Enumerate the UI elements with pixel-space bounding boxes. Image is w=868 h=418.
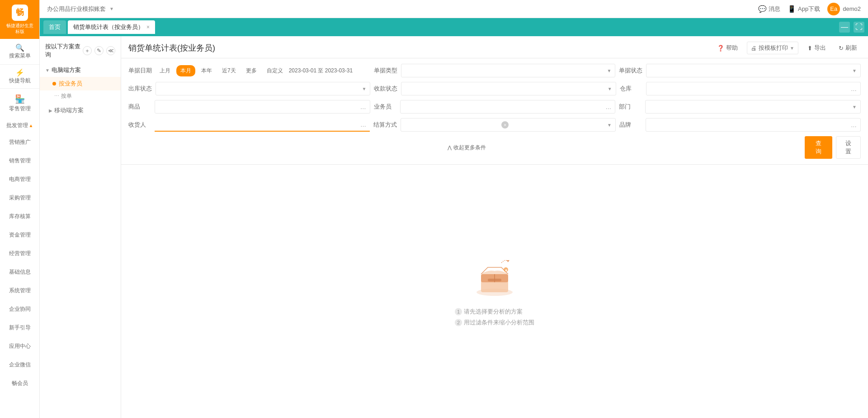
desktop-scheme-expand[interactable]: ▼ 电脑端方案 bbox=[40, 63, 121, 77]
sidebar-item-ecommerce[interactable]: 电商管理 bbox=[0, 170, 39, 189]
receiver-ellipsis-icon: … bbox=[360, 121, 366, 128]
print-dropdown-icon: ▼ bbox=[790, 46, 794, 51]
sidebar-search-menu[interactable]: 🔍 搜索菜单 bbox=[0, 39, 39, 65]
brand-field[interactable]: … bbox=[646, 118, 861, 132]
left-panel: 按以下方案查询 ＋ ✎ ≪ ▼ 电脑端方案 按业务员 ⋯ 按单 bbox=[40, 36, 121, 418]
content-area: 按以下方案查询 ＋ ✎ ≪ ▼ 电脑端方案 按业务员 ⋯ 按单 bbox=[40, 36, 868, 418]
receiver-field[interactable]: … bbox=[155, 118, 370, 132]
help-icon: ❓ bbox=[717, 45, 724, 52]
sidebar-item-newbie[interactable]: 新手引导 bbox=[0, 318, 39, 337]
settings-button[interactable]: 设置 bbox=[836, 136, 861, 159]
warehouse-ellipsis-icon: … bbox=[851, 86, 857, 92]
doc-status-dropdown-icon: ▼ bbox=[852, 68, 857, 73]
refresh-button[interactable]: ↻ 刷新 bbox=[835, 42, 861, 54]
warehouse-label: 仓库 bbox=[620, 85, 642, 93]
receipt-status-label: 收款状态 bbox=[374, 85, 397, 93]
receiver-label: 收货人 bbox=[128, 121, 151, 129]
more-btn[interactable]: 更多 bbox=[242, 65, 261, 76]
page-title: 销货单统计表(按业务员) bbox=[128, 43, 215, 53]
tab-right-actions: — ⛶ bbox=[839, 22, 864, 33]
arrow-down-icon: ▼ bbox=[45, 68, 50, 73]
add-scheme-button[interactable]: ＋ bbox=[83, 46, 92, 55]
salesperson-field[interactable]: … bbox=[400, 100, 616, 114]
sidebar-item-inventory[interactable]: 库存核算 bbox=[0, 207, 39, 226]
logo-icon: 畅 bbox=[12, 5, 28, 21]
print-icon: 🖨 bbox=[751, 45, 757, 52]
tab-close-icon[interactable]: × bbox=[146, 24, 150, 30]
sidebar-logo[interactable]: 畅 畅捷通好生意 标版 bbox=[0, 0, 39, 39]
collapse-conditions-button[interactable]: ⋀ 收起更多条件 bbox=[128, 142, 805, 153]
goods-ellipsis-icon: … bbox=[360, 104, 366, 110]
empty-state: ★ 1 请先选择要分析的方案 2 用过滤条件来缩小分析范围 bbox=[121, 165, 868, 418]
sidebar-item-operation[interactable]: 经营管理 bbox=[0, 244, 39, 263]
brand-label: 品牌 bbox=[619, 121, 642, 129]
date-filter-group: 上月 本月 本年 近7天 更多 自定义 2023-03-01 至 2023-03… bbox=[156, 65, 370, 76]
sidebar-item-retail[interactable]: 🏪 零售管理 bbox=[0, 89, 39, 118]
sub-icon: ⋯ bbox=[54, 93, 59, 99]
header-left: 办公用品行业模拟账套 ▼ bbox=[47, 5, 114, 13]
filter-area: 单据日期 上月 本月 本年 近7天 更多 自定义 2023-03-01 至 20… bbox=[121, 58, 868, 165]
page-header: 销货单统计表(按业务员) ❓ 帮助 🖨 按模板打印 ▼ ⬆ 导出 bbox=[121, 36, 868, 58]
dropdown-title[interactable]: 办公用品行业模拟账套 bbox=[47, 5, 106, 13]
sidebar-item-member[interactable]: 畅会员 bbox=[0, 374, 39, 393]
page-header-actions: ❓ 帮助 🖨 按模板打印 ▼ ⬆ 导出 ↻ 刷新 bbox=[713, 42, 861, 54]
sidebar-quicknav[interactable]: ⚡ 快捷导航 bbox=[0, 65, 39, 89]
custom-btn[interactable]: 自定义 bbox=[263, 65, 287, 76]
sidebar-item-appcenter[interactable]: 应用中心 bbox=[0, 337, 39, 356]
sidebar: 畅 畅捷通好生意 标版 🔍 搜索菜单 ⚡ 快捷导航 🏪 零售管理 批发管理 ▲ … bbox=[0, 0, 40, 418]
left-panel-header: 按以下方案查询 ＋ ✎ ≪ bbox=[40, 40, 121, 62]
department-label: 部门 bbox=[619, 103, 642, 111]
this-month-btn[interactable]: 本月 bbox=[176, 65, 195, 76]
tab-sales-stat[interactable]: 销货单统计表（按业务员） × bbox=[68, 20, 155, 34]
this-year-btn[interactable]: 本年 bbox=[197, 65, 216, 76]
export-button[interactable]: ⬆ 导出 bbox=[804, 42, 830, 54]
settlement-field[interactable]: × ▼ bbox=[401, 118, 616, 132]
goods-field[interactable]: … bbox=[155, 100, 370, 114]
svg-rect-4 bbox=[488, 279, 501, 281]
left-panel-actions: ＋ ✎ ≪ bbox=[83, 46, 115, 55]
last-month-btn[interactable]: 上月 bbox=[156, 65, 175, 76]
brand-ellipsis-icon: … bbox=[851, 122, 857, 128]
doc-status-field[interactable]: ▼ bbox=[646, 64, 861, 77]
settlement-clear-icon[interactable]: × bbox=[501, 121, 509, 128]
sidebar-item-marketing[interactable]: 营销推广 bbox=[0, 133, 39, 152]
template-print-button[interactable]: 🖨 按模板打印 ▼ bbox=[747, 42, 798, 54]
sidebar-item-system[interactable]: 系统管理 bbox=[0, 281, 39, 300]
edit-scheme-button[interactable]: ✎ bbox=[94, 46, 104, 55]
active-dot bbox=[52, 82, 56, 86]
sidebar-item-sales[interactable]: 销售管理 bbox=[0, 152, 39, 170]
sidebar-item-basic[interactable]: 基础信息 bbox=[0, 263, 39, 281]
help-button[interactable]: ❓ 帮助 bbox=[713, 42, 741, 54]
out-status-field[interactable]: ▼ bbox=[156, 82, 370, 95]
sidebar-item-wechat[interactable]: 企业微信 bbox=[0, 356, 39, 374]
settlement-label: 结算方式 bbox=[373, 121, 397, 129]
department-field[interactable]: ▼ bbox=[645, 100, 861, 114]
query-button[interactable]: 查询 bbox=[805, 136, 832, 159]
receipt-status-field[interactable]: ▼ bbox=[401, 82, 616, 95]
doc-type-field[interactable]: ▼ bbox=[401, 64, 616, 77]
dropdown-arrow-icon[interactable]: ▼ bbox=[109, 6, 114, 11]
tab-min-button[interactable]: — bbox=[839, 22, 850, 33]
salesperson-ellipsis-icon: … bbox=[605, 104, 611, 110]
sidebar-item-finance[interactable]: 资金管理 bbox=[0, 226, 39, 244]
tab-home-label: 首页 bbox=[49, 23, 61, 31]
sidebar-item-purchase[interactable]: 采购管理 bbox=[0, 189, 39, 207]
tab-max-button[interactable]: ⛶ bbox=[854, 22, 864, 33]
sidebar-item-enterprise[interactable]: 企业协同 bbox=[0, 300, 39, 318]
tab-home[interactable]: 首页 bbox=[43, 20, 66, 34]
logo-subtitle: 标版 bbox=[4, 28, 36, 34]
sidebar-item-wholesale[interactable]: 批发管理 ▲ bbox=[0, 118, 39, 133]
collapse-scheme-button[interactable]: ≪ bbox=[106, 46, 115, 55]
app-download-icon: 📱 bbox=[788, 5, 796, 13]
scheme-sub-item[interactable]: ⋯ 按单 bbox=[40, 90, 121, 102]
app-download-button[interactable]: 📱 App下载 bbox=[788, 5, 820, 13]
empty-tips-list: 1 请先选择要分析的方案 2 用过滤条件来缩小分析范围 bbox=[455, 308, 534, 329]
message-button[interactable]: 💬 消息 bbox=[758, 5, 780, 13]
user-menu-button[interactable]: Ea demo2 bbox=[827, 3, 861, 15]
right-panel: 销货单统计表(按业务员) ❓ 帮助 🖨 按模板打印 ▼ ⬆ 导出 bbox=[121, 36, 868, 418]
warehouse-field[interactable]: … bbox=[646, 82, 861, 95]
last7days-btn[interactable]: 近7天 bbox=[218, 65, 240, 76]
scheme-item-salesperson[interactable]: 按业务员 bbox=[40, 77, 121, 90]
mobile-scheme-item[interactable]: ▶ 移动端方案 bbox=[40, 104, 121, 117]
logo-text: 畅捷通好生意 bbox=[4, 23, 36, 28]
